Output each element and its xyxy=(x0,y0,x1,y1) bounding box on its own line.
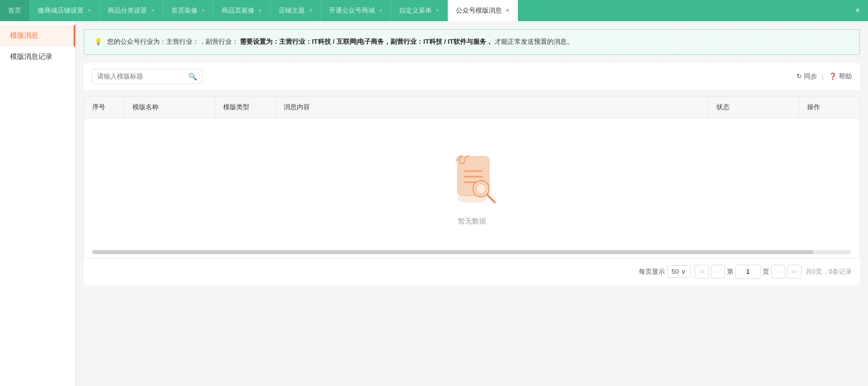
tab-shop-theme[interactable]: 店铺主题 × xyxy=(271,0,321,21)
page-nav: ⊲ ‹ 第 页 › ⊳ xyxy=(695,265,802,279)
total-info: 共0页，0条记录 xyxy=(806,267,852,276)
sidebar-item-template-msg-log[interactable]: 模版消息记录 xyxy=(0,46,75,67)
page-last-button[interactable]: ⊳ xyxy=(787,265,802,279)
toolbar-right: ↻ 同步 | ❓ 帮助 xyxy=(796,72,852,81)
sync-button[interactable]: ↻ 同步 xyxy=(796,72,817,81)
notice-highlight: 需要设置为：主营行业：IT科技 / 互联网|电子商务，副营行业：IT科技 / I… xyxy=(240,38,493,45)
tab-custom-menu[interactable]: 自定义菜单 × xyxy=(391,0,448,21)
tab-close-shop-theme[interactable]: × xyxy=(309,7,312,14)
notice-text-prefix: 您的公众号行业为：主营行业：，副营行业： xyxy=(107,38,238,45)
page-size-label: 每页显示 xyxy=(639,267,665,276)
page-input[interactable] xyxy=(736,265,761,279)
tab-close-custom-menu[interactable]: × xyxy=(436,7,439,14)
th-content: 消息内容 xyxy=(276,97,708,118)
toolbar-separator: | xyxy=(822,72,824,80)
page-prefix-label: 第 xyxy=(727,267,733,276)
pagination: 每页显示 50 ∨ ⊲ ‹ 第 页 › ⊳ 共0页，0条记录 xyxy=(84,259,860,285)
th-name: 模版名称 xyxy=(124,97,215,118)
tab-close-wechat-shop[interactable]: × xyxy=(379,7,382,14)
search-input[interactable] xyxy=(97,72,188,80)
tab-close-template-msg[interactable]: × xyxy=(506,7,509,14)
help-button[interactable]: ❓ 帮助 xyxy=(829,72,852,81)
tab-bar: 首页 微商城店铺设置 × 商品分类设置 × 首页装修 × 商品页装修 × 店铺主… xyxy=(0,0,868,21)
empty-state: 暂无数据 xyxy=(84,118,859,246)
tab-close-home-decor[interactable]: × xyxy=(202,7,205,14)
tab-micro-shop[interactable]: 微商城店铺设置 × xyxy=(30,0,100,21)
th-index: 序号 xyxy=(84,97,124,118)
page-size-select: 每页显示 50 ∨ xyxy=(639,265,690,278)
tab-close-product-category[interactable]: × xyxy=(151,7,155,14)
sync-icon: ↻ xyxy=(796,72,802,80)
page-next-button[interactable]: › xyxy=(771,265,785,279)
empty-icon xyxy=(442,148,502,209)
page-first-button[interactable]: ⊲ xyxy=(695,265,709,279)
tab-home[interactable]: 首页 xyxy=(0,0,30,21)
tab-wechat-shop[interactable]: 开通公众号商城 × xyxy=(321,0,391,21)
page-prev-button[interactable]: ‹ xyxy=(711,265,725,279)
sidebar-item-template-msg[interactable]: 模版消息 xyxy=(0,25,75,46)
content-area: 💡 您的公众号行业为：主营行业：，副营行业： 需要设置为：主营行业：IT科技 /… xyxy=(76,21,868,386)
th-type: 模版类型 xyxy=(215,97,276,118)
notice-icon: 💡 xyxy=(94,38,102,45)
tab-template-msg[interactable]: 公众号模版消息 × xyxy=(448,0,518,21)
main-layout: 模版消息 模版消息记录 💡 您的公众号行业为：主营行业：，副营行业： 需要设置为… xyxy=(0,21,868,386)
chevron-down-icon: ∨ xyxy=(681,268,686,275)
tab-product-page[interactable]: 商品页装修 × xyxy=(214,0,271,21)
empty-text: 暂无数据 xyxy=(458,217,486,226)
search-bar: 🔍 ↻ 同步 | ❓ 帮助 xyxy=(84,63,860,90)
scroll-track[interactable] xyxy=(92,250,851,254)
page-size-dropdown[interactable]: 50 ∨ xyxy=(667,265,690,278)
svg-point-5 xyxy=(476,184,486,194)
search-input-wrapper[interactable]: 🔍 xyxy=(92,69,203,84)
table-header: 序号 模版名称 模版类型 消息内容 状态 操作 xyxy=(84,97,859,118)
page-suffix-label: 页 xyxy=(763,267,769,276)
help-icon: ❓ xyxy=(829,72,837,80)
notice-text-suffix: 才能正常发送预置的消息。 xyxy=(495,38,573,45)
notice-box: 💡 您的公众号行业为：主营行业：，副营行业： 需要设置为：主营行业：IT科技 /… xyxy=(84,29,860,55)
th-status: 状态 xyxy=(708,97,799,118)
tab-bar-close-all[interactable]: × xyxy=(847,6,868,15)
tab-home-decor[interactable]: 首页装修 × xyxy=(163,0,214,21)
tab-close-product-page[interactable]: × xyxy=(258,7,262,14)
tab-product-category[interactable]: 商品分类设置 × xyxy=(100,0,163,21)
search-icon[interactable]: 🔍 xyxy=(188,72,197,81)
th-action: 操作 xyxy=(799,97,859,118)
tab-close-micro-shop[interactable]: × xyxy=(88,7,91,14)
scroll-thumb xyxy=(92,250,814,254)
data-table: 序号 模版名称 模版类型 消息内容 状态 操作 xyxy=(84,96,860,259)
sidebar: 模版消息 模版消息记录 xyxy=(0,21,76,386)
svg-line-7 xyxy=(487,195,495,202)
